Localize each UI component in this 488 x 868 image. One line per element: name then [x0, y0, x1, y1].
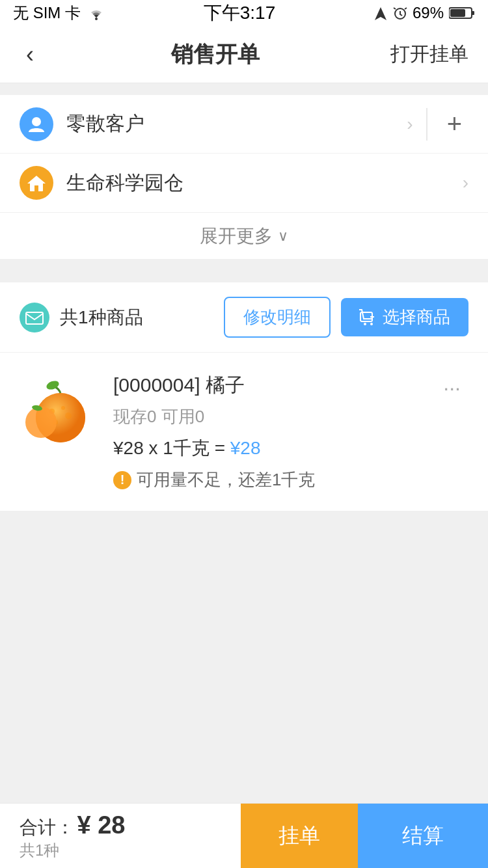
product-info: [0000004] 橘子 现存0 可用0 ¥28 x 1千克 = ¥28 ! 可…	[113, 372, 435, 491]
total-count: 共1种	[20, 840, 221, 861]
page-title: 销售开单	[171, 40, 260, 70]
expand-arrow-icon: ∨	[278, 228, 288, 245]
add-customer-button[interactable]: +	[441, 103, 468, 145]
product-item: [0000004] 橘子 现存0 可用0 ¥28 x 1千克 = ¥28 ! 可…	[0, 353, 488, 511]
warning-icon: !	[113, 471, 131, 489]
envelope-icon	[25, 310, 44, 325]
svg-point-20	[25, 407, 57, 438]
status-left: 无 SIM 卡	[13, 3, 105, 23]
warning-text: 可用量不足，还差1千克	[137, 468, 315, 491]
svg-rect-3	[472, 11, 474, 15]
product-price: ¥28 x 1千克 = ¥28	[113, 436, 435, 461]
product-warning: ! 可用量不足，还差1千克	[113, 468, 435, 491]
cart-icon	[359, 308, 377, 327]
wifi-icon	[87, 6, 105, 20]
svg-point-17	[65, 413, 72, 419]
product-stock: 现存0 可用0	[113, 405, 435, 428]
total-label: 合计：	[20, 817, 74, 837]
price-base: ¥28 x 1千克 =	[113, 438, 230, 458]
hang-button[interactable]: 挂单	[241, 804, 358, 869]
customer-arrow: ›	[407, 114, 413, 135]
expand-more-label: 展开更多	[200, 224, 273, 249]
bottom-bar: 合计： ¥ 28 共1种 挂单 结算	[0, 803, 488, 868]
product-image	[20, 372, 98, 450]
select-product-button[interactable]: 选择商品	[341, 298, 468, 336]
battery-text: 69%	[413, 4, 444, 22]
total-section: 合计： ¥ 28 共1种	[0, 811, 241, 861]
products-count-label: 共1种商品	[60, 305, 224, 330]
customer-label: 零散客户	[66, 111, 407, 137]
location-icon	[373, 6, 388, 20]
svg-point-0	[95, 18, 98, 20]
checkout-button[interactable]: 结算	[358, 804, 488, 869]
status-bar: 无 SIM 卡 下午3:17 69%	[0, 0, 488, 26]
warehouse-label: 生命科学园仓	[66, 170, 463, 197]
orange-image	[23, 375, 94, 447]
customer-row: 零散客户 › +	[0, 95, 488, 154]
open-hang-button[interactable]: 打开挂单	[390, 41, 468, 68]
edit-detail-button[interactable]: 修改明细	[224, 297, 331, 338]
warehouse-row[interactable]: 生命科学园仓 ›	[0, 154, 488, 212]
svg-point-12	[370, 323, 373, 325]
total-row: 合计： ¥ 28	[20, 811, 221, 840]
total-amount: ¥ 28	[77, 811, 125, 839]
svg-point-5	[32, 117, 41, 126]
empty-area	[0, 511, 488, 804]
person-icon	[27, 115, 46, 134]
alarm-icon	[393, 6, 407, 20]
back-button[interactable]: ‹	[20, 34, 40, 75]
svg-rect-8	[34, 185, 38, 191]
svg-marker-7	[27, 176, 46, 183]
status-time: 下午3:17	[204, 1, 276, 25]
separator-2	[0, 259, 488, 271]
battery-icon	[449, 7, 475, 20]
product-name: [0000004] 橘子	[113, 372, 435, 399]
no-sim-text: 无 SIM 卡	[13, 3, 81, 23]
warehouse-arrow: ›	[463, 172, 468, 193]
svg-point-16	[61, 406, 65, 410]
customer-icon	[20, 107, 53, 141]
status-right: 69%	[373, 4, 475, 22]
select-product-label: 选择商品	[383, 306, 450, 329]
expand-more-button[interactable]: 展开更多 ∨	[0, 212, 488, 259]
row-divider	[426, 108, 427, 141]
products-header: 共1种商品 修改明细 选择商品	[0, 282, 488, 353]
warehouse-building-icon	[27, 173, 46, 193]
nav-bar: ‹ 销售开单 打开挂单	[0, 26, 488, 83]
product-more-button[interactable]: ···	[435, 372, 468, 404]
separator-1	[0, 83, 488, 95]
products-count-icon	[20, 303, 49, 332]
warehouse-icon	[20, 166, 53, 200]
svg-point-11	[364, 323, 366, 325]
price-highlight: ¥28	[230, 438, 261, 458]
svg-rect-9	[26, 312, 43, 324]
svg-rect-4	[450, 9, 465, 17]
products-section: 共1种商品 修改明细 选择商品	[0, 282, 488, 511]
